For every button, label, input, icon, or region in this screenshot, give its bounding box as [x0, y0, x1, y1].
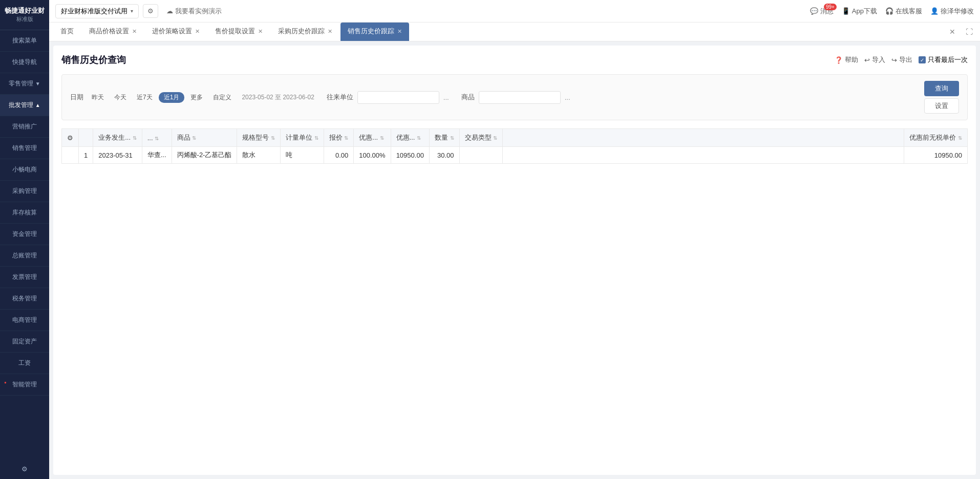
help-button[interactable]: ❓ 帮助 — [835, 55, 858, 64]
sidebar-item-retail-mgmt[interactable]: 零售管理 ▼ — [0, 73, 49, 95]
product-input[interactable] — [479, 91, 561, 104]
sidebar-item-funds-mgmt[interactable]: 资金管理 — [0, 224, 49, 245]
col-spec[interactable]: 规格型号 ⇅ — [237, 129, 281, 147]
sort-icon: ⇅ — [958, 135, 962, 141]
date-btn-custom[interactable]: 自定义 — [209, 92, 236, 103]
sidebar-item-label: 智能管理 — [4, 380, 45, 389]
import-button[interactable]: ↩ 导入 — [864, 55, 885, 64]
sidebar-item-invoice-mgmt[interactable]: 发票管理 — [0, 267, 49, 288]
query-button[interactable]: 查询 — [924, 81, 959, 96]
window-controls: ✕ ⛶ — [946, 26, 976, 38]
export-button[interactable]: ↪ 导出 — [891, 55, 912, 64]
col-date-label: 业务发生... — [98, 134, 131, 141]
date-btn-more[interactable]: 更多 — [186, 92, 207, 103]
col-dots[interactable]: ... ⇅ — [142, 129, 172, 147]
date-btn-yesterday[interactable]: 昨天 — [88, 92, 108, 103]
col-num — [79, 129, 93, 147]
sidebar-settings-button[interactable]: ⚙ — [0, 459, 49, 479]
only-last-label: 只看最后一次 — [928, 55, 968, 64]
tab-price-extract[interactable]: 售价提取设置 ✕ — [208, 23, 270, 41]
product-lookup-button[interactable]: ... — [565, 94, 570, 101]
partner-lookup-button[interactable]: ... — [443, 94, 449, 101]
user-menu-button[interactable]: 👤 徐泽华修改 — [930, 7, 974, 16]
import-icon: ↩ — [864, 56, 870, 64]
cell-num: 1 — [79, 147, 93, 164]
app-download-button[interactable]: 📱 App下载 — [842, 7, 877, 16]
sidebar-item-ecommerce-mgmt[interactable]: 电商管理 — [0, 310, 49, 331]
date-label: 日期 — [70, 93, 83, 102]
tab-sales-history-close[interactable]: ✕ — [397, 28, 402, 35]
sidebar-item-fixed-assets[interactable]: 固定资产 — [0, 331, 49, 353]
app-download-label: App下载 — [852, 7, 877, 16]
tab-purchase-history-close[interactable]: ✕ — [328, 28, 332, 35]
filter-action-buttons: 查询 设置 — [924, 81, 959, 114]
sidebar-item-salary[interactable]: 工资 — [0, 353, 49, 374]
col-date[interactable]: 业务发生... ⇅ — [93, 129, 142, 147]
col-spec-label: 规格型号 — [242, 134, 269, 141]
sidebar-item-general-ledger[interactable]: 总账管理 — [0, 245, 49, 267]
tab-purchase-history[interactable]: 采购历史价跟踪 ✕ — [271, 23, 339, 41]
table-row[interactable]: 1 2023-05-31 华查... 丙烯酸-2-乙基己酯 散水 吨 0.00 … — [62, 147, 968, 164]
tab-product-price-close[interactable]: ✕ — [132, 28, 137, 35]
tab-purchase-strategy[interactable]: 进价策略设置 ✕ — [145, 23, 207, 41]
sidebar-item-sales-mgmt[interactable]: 销售管理 — [0, 138, 49, 159]
col-trade-type[interactable]: 交易类型 ⇅ — [459, 129, 503, 147]
col-product-label: 商品 — [177, 134, 190, 141]
cell-discount2: 10950.00 — [391, 147, 429, 164]
only-last-checkbox[interactable]: ✓ 只看最后一次 — [919, 55, 968, 64]
sidebar-item-search-menu[interactable]: 搜索菜单 — [0, 30, 49, 52]
col-discount2[interactable]: 优惠... ⇅ — [391, 129, 429, 147]
message-button[interactable]: 💬 消息 99+ — [810, 7, 834, 16]
sidebar-item-inventory[interactable]: 库存核算 — [0, 202, 49, 224]
col-trade-type-label: 交易类型 — [465, 134, 492, 141]
date-btn-1month[interactable]: 近1月 — [159, 92, 185, 103]
sidebar-item-smart-mgmt[interactable]: 智能管理 — [0, 374, 49, 396]
sidebar-item-label: 资金管理 — [4, 230, 45, 238]
demo-button[interactable]: ☁ 我要看实例演示 — [166, 7, 222, 16]
col-quantity[interactable]: 数量 ⇅ — [429, 129, 459, 147]
sort-icon: ⇅ — [271, 135, 275, 141]
gear-icon: ⚙ — [22, 465, 28, 473]
tab-sales-history[interactable]: 销售历史价跟踪 ✕ — [340, 23, 409, 41]
col-price[interactable]: 报价 ⇅ — [324, 129, 354, 147]
cell-spacer — [503, 147, 904, 164]
col-pretax-price[interactable]: 优惠前无税单价 ⇅ — [904, 129, 968, 147]
workspace-settings-button[interactable]: ⚙ — [143, 4, 158, 18]
sidebar: 畅捷通好业财 标准版 搜索菜单 快捷导航 零售管理 ▼ 批发管理 ▲ 营销推广 … — [0, 0, 49, 479]
sidebar-item-label: 营销推广 — [4, 122, 45, 131]
col-product[interactable]: 商品 ⇅ — [172, 129, 237, 147]
partner-input[interactable] — [357, 91, 439, 104]
workspace-selector[interactable]: 好业财标准版交付试用 ▾ — [55, 4, 139, 18]
date-btn-today[interactable]: 今天 — [110, 92, 131, 103]
col-price-label: 报价 — [329, 134, 343, 141]
table-header-row: ⚙ 业务发生... ⇅ ... ⇅ 商品 ⇅ 规格型号 — [62, 129, 968, 147]
sort-icon: ⇅ — [450, 135, 454, 141]
online-service-button[interactable]: 🎧 在线客服 — [885, 7, 922, 16]
tab-price-extract-close[interactable]: ✕ — [258, 28, 263, 35]
chevron-down-icon: ▾ — [131, 8, 133, 14]
tab-purchase-strategy-close[interactable]: ✕ — [195, 28, 200, 35]
close-window-button[interactable]: ✕ — [946, 26, 958, 38]
main-area: 好业财标准版交付试用 ▾ ⚙ ☁ 我要看实例演示 💬 消息 99+ 📱 App下… — [49, 0, 980, 479]
col-gear[interactable]: ⚙ — [62, 129, 79, 147]
sidebar-item-ec[interactable]: 小畅电商 — [0, 159, 49, 181]
gear-icon: ⚙ — [147, 7, 154, 15]
sidebar-item-purchase-mgmt[interactable]: 采购管理 — [0, 181, 49, 202]
setting-button[interactable]: 设置 — [924, 98, 959, 114]
sidebar-item-label: 搜索菜单 — [4, 36, 45, 45]
col-quantity-label: 数量 — [435, 134, 448, 141]
col-unit[interactable]: 计量单位 ⇅ — [281, 129, 324, 147]
sidebar-item-wholesale-mgmt[interactable]: 批发管理 ▲ — [0, 95, 49, 116]
date-btn-7days[interactable]: 近7天 — [133, 92, 157, 103]
sidebar-item-quick-nav[interactable]: 快捷导航 — [0, 52, 49, 73]
col-discount1[interactable]: 优惠... ⇅ — [354, 129, 391, 147]
sidebar-item-tax-mgmt[interactable]: 税务管理 — [0, 288, 49, 310]
maximize-window-button[interactable]: ⛶ — [963, 26, 976, 38]
tab-product-price[interactable]: 商品价格设置 ✕ — [82, 23, 144, 41]
sidebar-item-label: 库存核算 — [4, 208, 45, 217]
tab-purchase-history-label: 采购历史价跟踪 — [278, 27, 325, 36]
sidebar-item-marketing[interactable]: 营销推广 — [0, 116, 49, 138]
tab-home[interactable]: 首页 — [53, 23, 81, 41]
cell-spec: 散水 — [237, 147, 281, 164]
tab-product-price-label: 商品价格设置 — [89, 27, 129, 36]
